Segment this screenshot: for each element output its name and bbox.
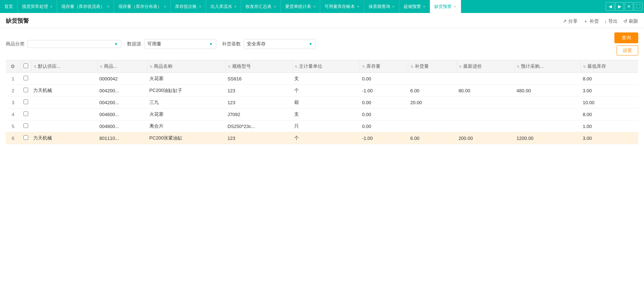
category-select[interactable]: ▼: [27, 40, 121, 48]
tab-abnormal[interactable]: 拣货异常处理×: [18, 0, 57, 13]
unit-cell: 支: [292, 73, 360, 85]
tab-close-abnormal[interactable]: ×: [50, 4, 52, 9]
replenish-base-select[interactable]: 安全库存 ▼: [244, 39, 316, 49]
select-all-checkbox[interactable]: [23, 63, 28, 68]
latest-price-cell: [456, 73, 514, 85]
datasource-select[interactable]: 可用量 ▼: [144, 39, 216, 49]
th-est-label: 预计采购...: [521, 63, 544, 70]
export-label: 导出: [608, 18, 618, 25]
th-replenish-qty: ⇅ 补货量: [408, 60, 457, 73]
tab-close-available-ledger[interactable]: ×: [357, 4, 359, 9]
th-price-label: 最新进价: [463, 63, 482, 70]
share-label: 分享: [568, 18, 578, 25]
latest-price-cell: [456, 120, 514, 132]
tab-prev-button[interactable]: ◀: [606, 2, 614, 11]
unit-cell: 支: [292, 109, 360, 120]
est-purchase-cell: [514, 97, 580, 109]
tab-close-inventory-status[interactable]: ×: [107, 4, 109, 9]
supplier-cell: [31, 120, 97, 132]
page-header: 缺货预警 ↗ 分享 ＋ 补货 ↓ 导出 ↺ 刷新: [0, 13, 644, 28]
supplier-cell: [31, 73, 97, 85]
query-button[interactable]: 查询: [614, 32, 638, 43]
table-row: 4004600...火花塞J7092支0.008.00: [6, 109, 638, 120]
supplier-cell: 力天机械: [31, 132, 97, 144]
row-checkbox[interactable]: [23, 123, 28, 128]
latest-price-cell: [456, 97, 514, 109]
stock-cell: 0.00: [360, 120, 408, 132]
th-spec-label: 规格型号: [232, 63, 251, 70]
sort-replenish-icon: ⇅: [410, 65, 413, 69]
row-number: 6: [6, 132, 20, 144]
tab-fullscreen-button[interactable]: ⛶: [634, 2, 643, 11]
sort-spec-icon: ⇅: [228, 65, 231, 69]
replenish-qty-cell: 6.00: [408, 132, 457, 144]
category-filter-group: 商品分类 ▼: [6, 40, 121, 48]
row-checkbox[interactable]: [23, 135, 28, 140]
tab-batch-account[interactable]: 库存批次账×: [171, 0, 206, 13]
tab-available-ledger[interactable]: 可用量库存账本×: [320, 0, 364, 13]
tab-close-shortage-warning[interactable]: ×: [454, 4, 456, 9]
min-stock-cell: 8.00: [580, 73, 638, 85]
stock-cell: -1.00: [360, 132, 408, 144]
th-est-purchase: ⇅ 预计采购...: [514, 60, 580, 73]
th-min-stock: ⇅ 最低库存: [580, 60, 638, 73]
tab-inventory-dist[interactable]: 现存量（库存分布表）×: [114, 0, 171, 13]
replenish-button[interactable]: ＋ 补货: [583, 18, 599, 25]
th-spec: ⇅ 规格型号: [225, 60, 292, 73]
row-checkbox[interactable]: [23, 100, 28, 104]
th-supplier-label: 默认供应...: [38, 63, 61, 70]
code-cell: 0000042: [97, 73, 147, 85]
sort-code-icon: ⇅: [100, 65, 103, 69]
tab-requisition-stats[interactable]: 要货单统计表×: [281, 0, 320, 13]
tab-inout-flow[interactable]: 出入库流水×: [206, 0, 241, 13]
filter-right-actions: 查询 设置: [614, 32, 638, 56]
supplier-cell: [31, 109, 97, 120]
tab-close-overstock-warning[interactable]: ×: [423, 4, 425, 9]
tab-close-inout-flow[interactable]: ×: [234, 4, 236, 9]
sort-price-icon: ⇅: [459, 65, 462, 69]
code-cell: 801110...: [97, 132, 147, 144]
row-number: 5: [6, 120, 20, 132]
stock-cell: 0.00: [360, 73, 408, 85]
page-title: 缺货预警: [6, 17, 29, 25]
tab-home[interactable]: 首页: [0, 0, 18, 13]
share-button[interactable]: ↗ 分享: [563, 18, 578, 25]
table-row: 6力天机械801110...PC200张紧油缸123个-1.006.00200.…: [6, 132, 638, 144]
spec-cell: 123: [225, 85, 292, 97]
row-checkbox[interactable]: [23, 88, 28, 92]
replenish-base-dropdown-arrow: ▼: [309, 42, 313, 46]
settings-gear-icon[interactable]: ⚙: [10, 63, 15, 69]
tab-inventory-status[interactable]: 现存量（库存状况表）×: [57, 0, 114, 13]
tab-close-expiry-query[interactable]: ×: [392, 4, 395, 9]
datasource-filter-group: 数据源 可用量 ▼: [127, 39, 216, 49]
sort-unit-icon: ⇅: [295, 65, 297, 69]
supplier-cell: 力天机械: [31, 85, 97, 97]
th-stock: ⇅ 库存量: [360, 60, 408, 73]
tab-close-requisition-stats[interactable]: ×: [313, 4, 316, 9]
tab-next-button[interactable]: ▶: [615, 2, 624, 11]
tab-close-button[interactable]: ✕: [625, 2, 633, 11]
name-cell: 火花塞: [147, 73, 226, 85]
datasource-dropdown-arrow: ▼: [209, 42, 213, 46]
th-product-name: ⇅ 商品名称: [147, 60, 226, 73]
export-button[interactable]: ↓ 导出: [605, 18, 618, 25]
header-actions: ↗ 分享 ＋ 补货 ↓ 导出 ↺ 刷新: [563, 18, 639, 25]
tab-close-batch-account[interactable]: ×: [199, 4, 201, 9]
row-checkbox[interactable]: [23, 111, 28, 116]
min-stock-cell: 3.00: [580, 85, 638, 97]
replenish-qty-cell: [408, 109, 457, 120]
tab-shortage-warning[interactable]: 缺货预警×: [430, 0, 461, 13]
row-checkbox[interactable]: [23, 76, 28, 80]
th-name-label: 商品名称: [154, 63, 173, 70]
tab-close-receive-summary[interactable]: ×: [274, 4, 276, 9]
tab-expiry-query[interactable]: 保质期查询×: [364, 0, 399, 13]
tab-close-inventory-dist[interactable]: ×: [164, 4, 166, 9]
setting-button[interactable]: 设置: [617, 45, 638, 56]
est-purchase-cell: 1200.00: [514, 132, 580, 144]
tab-receive-summary[interactable]: 收发存汇总表×: [241, 0, 280, 13]
tab-overstock-warning[interactable]: 超储预警×: [399, 0, 430, 13]
refresh-icon: ↺: [623, 18, 627, 24]
replenish-base-filter-group: 补货基数 安全库存 ▼: [222, 39, 316, 49]
unit-cell: 只: [292, 120, 360, 132]
refresh-button[interactable]: ↺ 刷新: [623, 18, 638, 25]
